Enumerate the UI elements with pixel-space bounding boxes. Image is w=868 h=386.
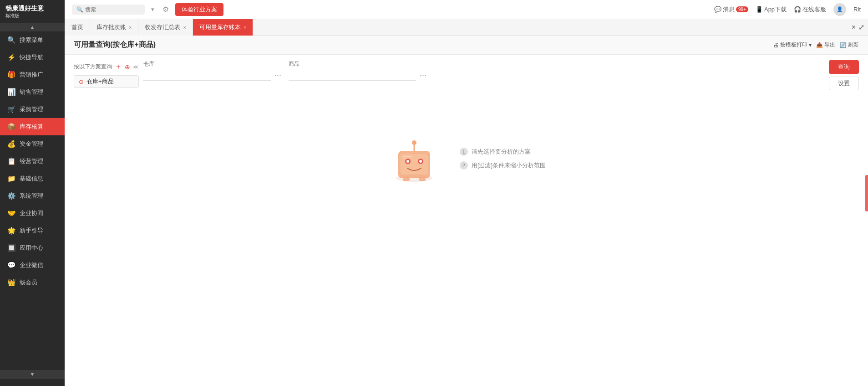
main-area: 🔍 ▾ ⚙ 体验行业方案 💬 消息 99+ 📱 App下载 🎧 在线客服 👤 R [65,0,868,386]
sidebar-icon-sales: 📊 [7,88,16,96]
sidebar-item-quicknav[interactable]: ⚡快捷导航 [0,49,65,66]
tip-number: 2 [460,161,468,170]
query-button[interactable]: 查询 [829,60,859,74]
sidebar-item-purchase[interactable]: 🛒采购管理 [0,101,65,118]
sidebar-icon-finance: 💰 [7,140,16,148]
svg-rect-9 [403,177,410,181]
sidebar-menu: 🔍搜索菜单⚡快捷导航🎁营销推广📊销售管理🛒采购管理📦库存核算💰资金管理📋经营管理… [0,31,65,370]
settings-button[interactable]: 设置 [829,77,859,90]
page-title: 可用量查询(按仓库+商品) [74,40,156,50]
sidebar-label-member: 畅会员 [20,278,37,287]
sidebar-label-newguide: 新手引导 [20,226,43,235]
scheme-radio-icon: ⊙ [79,78,84,85]
tab-close-summary[interactable]: × [183,25,186,30]
filter-main: 仓库 ··· 商品 ··· [143,60,824,81]
avatar[interactable]: 👤 [833,3,846,16]
warehouse-input[interactable] [143,70,271,81]
svg-rect-2 [401,154,428,175]
tip-text: 用[过滤]条件来缩小分析范围 [472,161,546,170]
sidebar-icon-purchase: 🛒 [7,105,16,113]
goods-more-icon[interactable]: ··· [420,71,426,79]
sidebar-label-inventory: 库存核算 [20,123,43,131]
sidebar-item-wechat[interactable]: 💬企业微信 [0,257,65,274]
search-icon: 🔍 [76,6,83,13]
tab-close-batch[interactable]: × [129,25,132,30]
online-service-link[interactable]: 🎧 在线客服 [794,5,826,14]
filter-label: 按以下方案查询 ＋ ⊕ ≪ [74,60,139,72]
sidebar-item-operations[interactable]: 📋经营管理 [0,153,65,170]
tab-available[interactable]: 可用量库存账本× [193,19,253,36]
refresh-button[interactable]: 🔄 刷新 [840,41,859,49]
filter-settings-icon[interactable]: ⊕ [125,63,130,71]
filter-goods-group: 商品 ··· [289,60,426,81]
sidebar-label-enterprise: 企业协同 [20,209,43,217]
content-area: 可用量查询(按仓库+商品) 🖨 按模板打印 ▾ 📤 导出 🔄 刷新 [65,36,868,386]
tab-summary[interactable]: 收发存汇总表× [138,19,193,36]
right-edge-indicator [865,175,868,211]
sidebar-item-basic[interactable]: 📁基础信息 [0,170,65,187]
app-download-link[interactable]: 📱 App下载 [756,5,787,14]
tab-close-available[interactable]: × [244,25,246,30]
sidebar-item-enterprise[interactable]: 🤝企业协同 [0,205,65,222]
tab-home[interactable]: 首页 [65,19,90,36]
sidebar-bottom [0,378,65,386]
sidebar-item-finance[interactable]: 💰资金管理 [0,135,65,153]
sidebar-item-inventory[interactable]: 📦库存核算 [0,118,65,135]
industry-solution-button[interactable]: 体验行业方案 [175,3,223,16]
export-label: 导出 [824,41,835,49]
search-chevron-icon[interactable]: ▾ [149,4,156,15]
sidebar-item-member[interactable]: 👑畅会员 [0,274,65,291]
tab-batch[interactable]: 库存批次账× [90,19,138,36]
sidebar-item-marketing[interactable]: 🎁营销推广 [0,66,65,83]
notifications-badge: 99+ [736,6,748,12]
sidebar-icon-operations: 📋 [7,157,16,165]
topbar-gear-icon[interactable]: ⚙ [161,3,171,15]
app-logo: 畅康通好生意 标准版 [0,0,65,23]
sidebar-icon-member: 👑 [7,278,16,287]
app-name: 畅康通好生意 [5,5,59,13]
filter-scheme-item[interactable]: ⊙ 仓库+商品 [74,75,139,88]
print-label: 按模板打印 [780,41,807,49]
goods-input[interactable] [289,70,416,81]
filter-add-icon[interactable]: ＋ [115,62,122,72]
username-label[interactable]: Rit [853,6,861,13]
sidebar-item-sales[interactable]: 📊销售管理 [0,83,65,101]
sidebar-label-purchase: 采购管理 [20,105,43,113]
print-button[interactable]: 🖨 按模板打印 ▾ [773,41,812,49]
sidebar-label-basic: 基础信息 [20,175,43,183]
sidebar-icon-wechat: 💬 [7,261,16,269]
topbar-search-box[interactable]: 🔍 [72,5,145,15]
search-input[interactable] [85,6,140,13]
sidebar-label-system: 系统管理 [20,192,43,200]
sidebar-item-search[interactable]: 🔍搜索菜单 [0,31,65,49]
empty-tip: 1请先选择要分析的方案 [460,148,546,156]
sidebar-icon-appcenter: 🔲 [7,244,16,252]
tip-number: 1 [460,148,468,156]
warehouse-input-row: ··· [143,70,281,81]
sidebar-label-search: 搜索菜单 [20,36,43,44]
tab-close-all-icon[interactable]: × [852,23,856,31]
sidebar-item-system[interactable]: ⚙️系统管理 [0,187,65,205]
filter-section: 按以下方案查询 ＋ ⊕ ≪ ⊙ 仓库+商品 仓库 ··· [65,55,868,96]
sidebar-item-newguide[interactable]: 🌟新手引导 [0,222,65,239]
filter-collapse-icon[interactable]: ≪ [133,64,139,70]
notifications-label: 消息 [723,5,735,14]
export-button[interactable]: 📤 导出 [816,41,835,49]
sidebar-icon-newguide: 🌟 [7,226,16,235]
avatar-placeholder: 👤 [837,6,843,12]
tab-expand-icon[interactable]: ⤢ [858,23,864,31]
filter-actions-right: 查询 设置 [829,60,859,90]
sidebar-scroll-up[interactable]: ▲ [0,23,65,31]
sidebar-scroll-down[interactable]: ▼ [0,370,65,378]
sidebar-icon-marketing: 🎁 [7,71,16,79]
warehouse-more-icon[interactable]: ··· [274,71,281,79]
filter-warehouse-group: 仓库 ··· [143,60,281,81]
empty-tips: 1请先选择要分析的方案2用[过滤]条件来缩小分析范围 [460,148,546,170]
sidebar-label-wechat: 企业微信 [20,261,43,269]
sidebar-item-appcenter[interactable]: 🔲应用中心 [0,239,65,257]
tabbar-actions: × ⤢ [852,23,868,31]
online-service-label: 在线客服 [802,5,826,14]
notifications-link[interactable]: 💬 消息 99+ [714,5,748,14]
svg-point-8 [412,140,416,145]
filter-left: 按以下方案查询 ＋ ⊕ ≪ ⊙ 仓库+商品 [74,60,139,88]
